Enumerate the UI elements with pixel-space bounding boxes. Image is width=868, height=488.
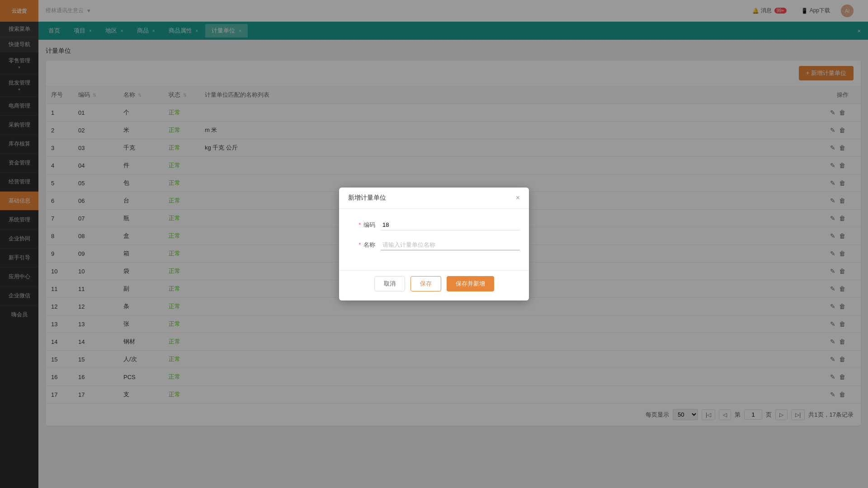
modal-close-btn[interactable]: × — [516, 194, 520, 202]
save-button[interactable]: 保存 — [410, 276, 441, 291]
code-label: * 编码 — [348, 221, 375, 229]
name-input[interactable] — [381, 239, 520, 250]
code-field-row: * 编码 — [348, 220, 520, 230]
name-label: * 名称 — [348, 241, 375, 249]
modal-footer: 取消 保存 保存并新增 — [339, 270, 529, 300]
modal-body: * 编码 * 名称 — [339, 209, 529, 270]
required-mark: * — [359, 221, 361, 228]
save-and-new-button[interactable]: 保存并新增 — [447, 276, 494, 291]
modal-overlay[interactable]: 新增计量单位 × * 编码 * 名称 取消 保存 保存并新增 — [0, 0, 868, 488]
code-input[interactable] — [381, 220, 520, 230]
cancel-button[interactable]: 取消 — [374, 276, 405, 291]
add-unit-modal: 新增计量单位 × * 编码 * 名称 取消 保存 保存并新增 — [339, 188, 529, 300]
required-mark: * — [359, 241, 361, 248]
modal-title: 新增计量单位 — [348, 194, 386, 202]
name-field-row: * 名称 — [348, 239, 520, 250]
modal-header: 新增计量单位 × — [339, 188, 529, 209]
